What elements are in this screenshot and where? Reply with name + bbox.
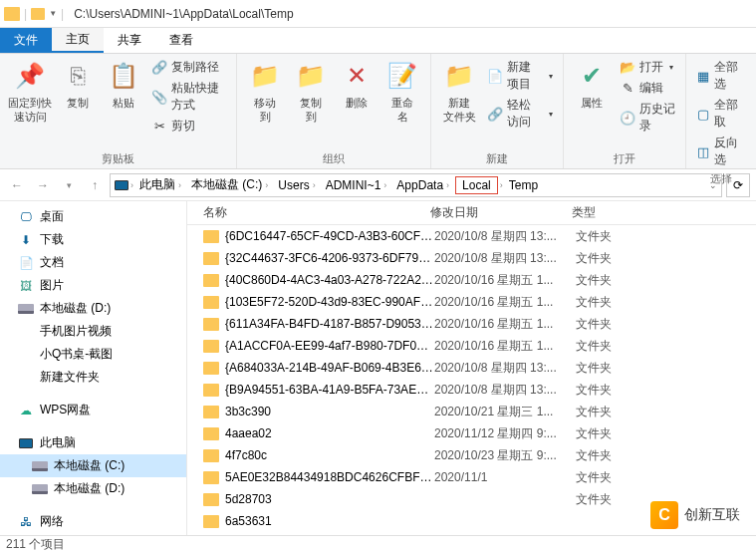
paste-shortcut-button[interactable]: 📎粘贴快捷方式 bbox=[149, 79, 228, 115]
header-type[interactable]: 类型 bbox=[572, 204, 756, 221]
file-row[interactable]: {103E5F72-520D-43d9-83EC-990AFB0...2020/… bbox=[187, 291, 756, 313]
sidebar-item-newfolder[interactable]: 新建文件夹 bbox=[0, 366, 186, 389]
select-all-button[interactable]: ▦全部选 bbox=[694, 58, 748, 94]
crumb-local[interactable]: Local bbox=[455, 176, 498, 194]
sidebar-item-desktop[interactable]: 🖵桌面 bbox=[0, 205, 186, 228]
drive-icon bbox=[32, 458, 48, 474]
crumb-admin[interactable]: ADMINI~1› bbox=[322, 178, 391, 192]
sidebar-item-drive-c[interactable]: 本地磁盘 (C:) bbox=[0, 454, 186, 477]
crumb-thispc[interactable]: 此电脑› bbox=[135, 176, 185, 193]
file-type: 文件夹 bbox=[576, 491, 612, 508]
file-row[interactable]: 4aaea022020/11/12 星期四 9:...文件夹 bbox=[187, 422, 756, 444]
sidebar-item-phonepics[interactable]: 手机图片视频 bbox=[0, 320, 186, 343]
file-name: 5d28703 bbox=[225, 492, 434, 506]
new-folder-button[interactable]: 📁新建 文件夹 bbox=[439, 58, 479, 127]
copy-path-button[interactable]: 🔗复制路径 bbox=[149, 58, 228, 77]
tab-home[interactable]: 主页 bbox=[52, 28, 104, 53]
new-item-button[interactable]: 📄新建项目▾ bbox=[485, 58, 555, 94]
properties-button[interactable]: ✔属性 bbox=[572, 58, 612, 112]
paste-icon: 📋 bbox=[108, 60, 139, 92]
copyto-button[interactable]: 📁复制到 bbox=[291, 58, 331, 127]
file-date: 2020/11/1 bbox=[434, 470, 576, 484]
sidebar-item-pictures[interactable]: 🖼图片 bbox=[0, 274, 186, 297]
breadcrumb[interactable]: › 此电脑› 本地磁盘 (C:)› Users› ADMINI~1› AppDa… bbox=[110, 173, 722, 197]
recent-button[interactable]: ▾ bbox=[58, 174, 80, 196]
select-none-button[interactable]: ▢全部取 bbox=[694, 96, 748, 132]
tab-file[interactable]: 文件 bbox=[0, 28, 52, 53]
edit-button[interactable]: ✎编辑 bbox=[618, 79, 677, 98]
tab-share[interactable]: 共享 bbox=[104, 28, 155, 53]
file-name: {6DC16447-65CF-49CD-A3B3-60CF59... bbox=[225, 229, 434, 243]
file-row[interactable]: 3b3c3902020/10/21 星期三 1...文件夹 bbox=[187, 401, 756, 422]
file-name: 6a53631 bbox=[225, 514, 434, 528]
item-count: 211 个项目 bbox=[6, 536, 65, 553]
forward-button[interactable]: → bbox=[32, 174, 54, 196]
rename-button[interactable]: 📝重命名 bbox=[382, 58, 422, 127]
crumb-temp[interactable]: Temp bbox=[505, 178, 542, 192]
open-button[interactable]: 📂打开▾ bbox=[618, 58, 677, 77]
history-button[interactable]: 🕘历史记录 bbox=[618, 100, 677, 136]
back-button[interactable]: ← bbox=[6, 174, 28, 196]
scissors-icon: ✂ bbox=[151, 119, 167, 135]
folder-icon bbox=[18, 324, 34, 340]
invert-selection-button[interactable]: ◫反向选 bbox=[694, 134, 748, 169]
ribbon: 📌固定到快 速访问 ⎘复制 📋粘贴 🔗复制路径 📎粘贴快捷方式 ✂剪切 剪贴板 … bbox=[0, 54, 756, 169]
header-date[interactable]: 修改日期 bbox=[430, 204, 572, 221]
sidebar-item-documents[interactable]: 📄文档 bbox=[0, 251, 186, 274]
moveto-button[interactable]: 📁移动到 bbox=[245, 58, 285, 127]
sidebar-item-drive-d2[interactable]: 本地磁盘 (D:) bbox=[0, 477, 186, 500]
file-type: 文件夹 bbox=[576, 425, 612, 442]
network-icon: 🖧 bbox=[18, 514, 34, 530]
up-button[interactable]: ↑ bbox=[84, 174, 106, 196]
statusbar: 211 个项目 bbox=[0, 535, 756, 553]
file-row[interactable]: 5AE0E32B84434918BDC4626CFBF94A...2020/11… bbox=[187, 466, 756, 488]
header-name[interactable]: 名称 bbox=[203, 204, 430, 221]
main-area: 🖵桌面 ⬇下载 📄文档 🖼图片 本地磁盘 (D:) 手机图片视频 小Q书桌-截图… bbox=[0, 201, 756, 535]
new-folder-icon: 📁 bbox=[443, 60, 475, 92]
crumb-drive[interactable]: 本地磁盘 (C:)› bbox=[187, 176, 272, 193]
new-item-icon: 📄 bbox=[487, 68, 503, 84]
crumb-appdata[interactable]: AppData› bbox=[392, 178, 453, 192]
folder-icon bbox=[203, 252, 219, 265]
file-name: {103E5F72-520D-43d9-83EC-990AFB0... bbox=[225, 295, 434, 309]
delete-button[interactable]: ✕删除 bbox=[337, 58, 377, 112]
chevron-down-icon[interactable]: ⌄ bbox=[709, 180, 717, 190]
folder-icon bbox=[18, 347, 34, 363]
file-row[interactable]: {A1ACCF0A-EE99-4af7-B980-7DF0F50...2020/… bbox=[187, 335, 756, 357]
paste-button[interactable]: 📋粘贴 bbox=[104, 58, 143, 112]
cut-button[interactable]: ✂剪切 bbox=[149, 117, 228, 136]
file-row[interactable]: {611A34FA-B4FD-4187-B857-D90538...2020/1… bbox=[187, 313, 756, 335]
file-row[interactable]: {40C860D4-4AC3-4a03-A278-722A2C...2020/1… bbox=[187, 269, 756, 291]
file-name: 5AE0E32B84434918BDC4626CFBF94A... bbox=[225, 470, 434, 484]
file-list[interactable]: {6DC16447-65CF-49CD-A3B3-60CF59...2020/1… bbox=[187, 225, 756, 535]
sidebar-item-wps[interactable]: ☁WPS网盘 bbox=[0, 399, 186, 421]
watermark-text: 创新互联 bbox=[684, 506, 740, 524]
pin-button[interactable]: 📌固定到快 速访问 bbox=[8, 58, 52, 127]
easy-access-button[interactable]: 🔗轻松访问▾ bbox=[485, 96, 555, 132]
file-row[interactable]: {6DC16447-65CF-49CD-A3B3-60CF59...2020/1… bbox=[187, 225, 756, 247]
path-icon: 🔗 bbox=[151, 60, 167, 76]
sidebar-item-qbook[interactable]: 小Q书桌-截图 bbox=[0, 343, 186, 366]
copy-button[interactable]: ⎘复制 bbox=[58, 58, 98, 112]
crumb-users[interactable]: Users› bbox=[274, 178, 319, 192]
tab-view[interactable]: 查看 bbox=[155, 28, 207, 53]
file-row[interactable]: 4f7c80c2020/10/23 星期五 9:...文件夹 bbox=[187, 444, 756, 466]
file-name: 3b3c390 bbox=[225, 405, 434, 418]
group-label: 组织 bbox=[245, 149, 422, 166]
file-type: 文件夹 bbox=[576, 272, 612, 289]
file-name: {A1ACCF0A-EE99-4af7-B980-7DF0F50... bbox=[225, 339, 434, 353]
sidebar-item-downloads[interactable]: ⬇下载 bbox=[0, 228, 186, 251]
file-row[interactable]: {32C44637-3FC6-4206-9373-6DF7971...2020/… bbox=[187, 247, 756, 269]
sidebar-item-drive-d[interactable]: 本地磁盘 (D:) bbox=[0, 297, 186, 320]
sidebar-item-network[interactable]: 🖧网络 bbox=[0, 510, 186, 533]
file-date: 2020/10/23 星期五 9:... bbox=[434, 447, 576, 464]
file-row[interactable]: {B9A94551-63BA-41A9-B5FA-73AE7F...2020/1… bbox=[187, 379, 756, 401]
moveto-icon: 📁 bbox=[249, 60, 281, 92]
drive-icon bbox=[18, 301, 34, 317]
refresh-button[interactable]: ⟳ bbox=[726, 173, 750, 197]
sidebar-item-thispc[interactable]: 此电脑 bbox=[0, 431, 186, 454]
chevron-down-icon[interactable]: ▼ bbox=[49, 9, 57, 18]
sidebar: 🖵桌面 ⬇下载 📄文档 🖼图片 本地磁盘 (D:) 手机图片视频 小Q书桌-截图… bbox=[0, 201, 187, 535]
file-date: 2020/10/8 星期四 13:... bbox=[434, 360, 576, 377]
file-row[interactable]: {A684033A-214B-49AF-B069-4B3E6C...2020/1… bbox=[187, 357, 756, 379]
